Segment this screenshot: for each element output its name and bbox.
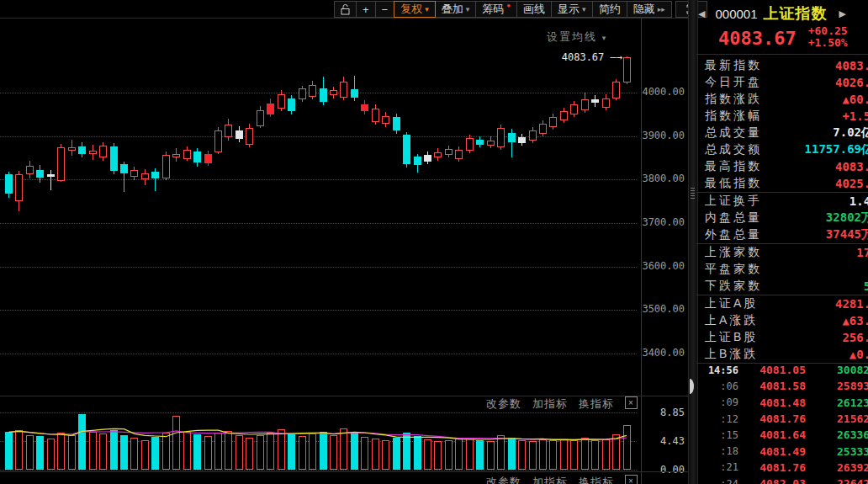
overlay-button[interactable]: 叠加 ▾ <box>435 1 477 18</box>
display-button[interactable]: 显示 ▾ <box>551 1 593 18</box>
tick-row[interactable]: :094081.48261230 <box>696 395 868 411</box>
candle-wick <box>542 120 543 136</box>
candle <box>434 152 442 157</box>
tick-price: 4081.05 <box>738 364 806 376</box>
candle-wick <box>427 152 428 163</box>
simple-mode-button[interactable]: 简约 <box>592 1 627 18</box>
candle <box>309 85 316 97</box>
tick-volume: 226426 <box>806 477 868 484</box>
candle <box>340 82 347 98</box>
quote-field-row: 最低指数4025.05 <box>696 175 868 192</box>
tick-row[interactable]: 14:564081.05300827 <box>696 362 868 378</box>
field-label: 上证换手 <box>705 194 762 209</box>
candle <box>330 90 337 95</box>
candle-wick <box>302 86 303 103</box>
adjust-price-button[interactable]: 复权 ▾ <box>394 1 436 18</box>
close-icon[interactable]: × <box>625 475 638 484</box>
prev-stock-icon[interactable]: ◀ <box>698 8 705 19</box>
price-axis-label: 3800.00 <box>641 173 685 184</box>
candle <box>78 146 86 154</box>
volume-bar <box>434 441 442 470</box>
tick-row[interactable]: :244082.03226426 <box>696 476 868 484</box>
quote-field-row: 平盘家数59 <box>696 261 868 278</box>
chip-distribution-button[interactable]: 筹码 ● <box>475 1 517 18</box>
quote-field-row: 外盘总量37445万手 <box>696 226 868 243</box>
arrow-right-icon: —→ <box>611 51 622 63</box>
volume-bar <box>623 425 631 470</box>
volume-bar <box>602 439 610 470</box>
candle <box>591 99 599 103</box>
zoom-in-button[interactable]: + <box>356 1 376 18</box>
tick-volume: 261230 <box>806 396 868 409</box>
candle-wick <box>448 146 449 157</box>
volume-bar <box>15 430 23 470</box>
switch-indicator-link[interactable]: 换指标 <box>579 396 614 412</box>
tick-row[interactable]: :214081.76263922 <box>696 460 868 476</box>
tick-row[interactable]: :184081.49253337 <box>696 443 868 459</box>
field-value: 4025.05 <box>835 177 868 190</box>
candle-wick <box>260 106 261 129</box>
tick-price: 4082.03 <box>738 477 806 484</box>
candle-wick <box>585 93 585 113</box>
candle-wick <box>71 140 72 157</box>
add-indicator-link[interactable]: 加指标 <box>532 396 568 412</box>
tick-list[interactable]: 14:564081.05300827:064081.58258933:09408… <box>696 362 868 484</box>
candle <box>570 104 578 114</box>
price-gridline <box>0 136 637 137</box>
candle <box>130 170 138 177</box>
quote-fields: 最新指数4083.67今日开盘4026.02指数涨跌▲60.25指数涨幅+1.5… <box>696 57 868 364</box>
price-axis-label: 3900.00 <box>641 130 685 141</box>
volume-gridline <box>0 412 637 413</box>
stock-name: 上证指数 <box>764 3 828 24</box>
candle-wick <box>396 114 397 134</box>
candle-wick <box>490 136 491 148</box>
overlay-label: 叠加 <box>442 2 463 17</box>
quote-field-row: 最新指数4083.67 <box>696 57 868 74</box>
volume-bar <box>382 440 389 470</box>
candle-wick <box>595 95 595 106</box>
edit-params-link[interactable]: 改参数 <box>486 475 521 484</box>
candle <box>151 172 159 178</box>
splitter-grip-icon[interactable] <box>691 186 695 199</box>
candle-wick <box>8 172 9 198</box>
candle <box>612 82 620 98</box>
lock-icon[interactable] <box>334 1 357 18</box>
volume-bar <box>320 432 327 470</box>
candle <box>5 174 13 194</box>
volume-bar <box>36 436 44 470</box>
volume-bar <box>487 441 495 470</box>
price-gridline <box>0 179 637 180</box>
tick-row[interactable]: :124081.76215626 <box>696 411 868 427</box>
candle <box>120 164 128 173</box>
price-gridline <box>0 267 637 268</box>
zoom-out-button[interactable]: − <box>375 1 395 18</box>
close-icon[interactable]: × <box>625 396 638 409</box>
candle-wick <box>218 127 219 154</box>
switch-indicator-link[interactable]: 换指标 <box>579 475 614 484</box>
tick-time: :18 <box>701 445 738 457</box>
candle-wick <box>249 124 250 147</box>
volume-bar <box>68 435 76 470</box>
draw-line-button[interactable]: 画线 <box>516 1 552 18</box>
set-ma-dropdown[interactable]: 设置均线 ▾ <box>547 29 631 45</box>
candle <box>299 88 306 99</box>
field-label: 上涨家数 <box>705 245 762 260</box>
tick-row[interactable]: :064081.58258933 <box>696 378 868 394</box>
volume-bar <box>309 433 316 470</box>
field-label: 上证A股 <box>705 296 758 311</box>
next-stock-icon[interactable]: ▶ <box>839 8 846 19</box>
candle <box>141 173 149 179</box>
tick-row[interactable]: :154081.64263362 <box>696 427 868 443</box>
volume-bar <box>204 436 212 470</box>
candle-wick <box>354 76 355 101</box>
panel-collapse-handle[interactable] <box>690 379 694 394</box>
volume-bar <box>257 435 264 470</box>
edit-params-link[interactable]: 改参数 <box>486 396 521 412</box>
field-value: 511 <box>864 279 868 293</box>
add-indicator-link[interactable]: 加指标 <box>532 475 568 484</box>
volume-bar <box>183 432 191 470</box>
chart-toolbar: + − 复权 ▾ 叠加 ▾ 筹码 ● 画线 显示 ▾ 简约 隐藏 ▸▸ <box>335 1 707 18</box>
candle-wick <box>616 79 617 100</box>
hide-toolbar-button[interactable]: 隐藏 ▸▸ <box>627 1 672 18</box>
volume-bar <box>612 434 620 470</box>
